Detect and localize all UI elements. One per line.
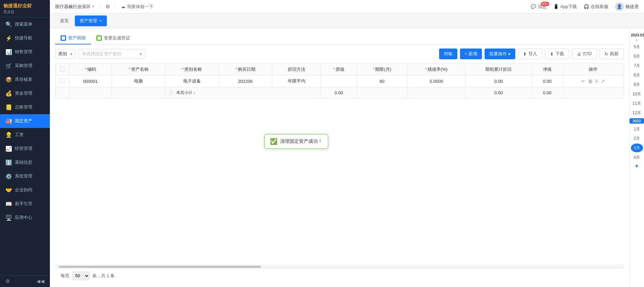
experience-button[interactable]: ☁ 我要体验一下 bbox=[121, 4, 153, 10]
sidebar-item-finance-label: 资金管理 bbox=[15, 90, 32, 96]
right-panel-month-6[interactable]: 6月 bbox=[631, 52, 643, 61]
right-panel-month-2[interactable]: 2月 bbox=[631, 134, 643, 143]
reconcile-label: 对账 bbox=[444, 51, 453, 57]
more-icon[interactable]: ↗ bbox=[601, 78, 605, 84]
subtotal-row: 📄 本页小计： 0.00 0.00 0.00 bbox=[56, 87, 624, 99]
sidebar-item-sales[interactable]: 📊 销售管理 bbox=[0, 45, 50, 59]
export-icon: ⬆ bbox=[523, 52, 527, 57]
system-icon: ⚙️ bbox=[5, 173, 12, 180]
sidebar-item-ledger[interactable]: 📒 总账管理 bbox=[0, 100, 50, 114]
per-page-select[interactable]: 50 100 200 bbox=[72, 272, 90, 280]
right-panel-nav-up[interactable]: ▲ bbox=[630, 37, 644, 42]
th-initial-depreciation: 期初累计折旧 bbox=[465, 64, 531, 75]
finance-icon: 💰 bbox=[5, 90, 12, 97]
right-panel-month-9[interactable]: 9月 bbox=[631, 80, 643, 89]
sidebar-item-app-center-label: 应用中心 bbox=[15, 215, 32, 221]
collapse-icon[interactable]: ◀◀ bbox=[36, 278, 44, 284]
delete-icon[interactable]: 🗑 bbox=[588, 78, 593, 84]
sidebar-item-search-label: 搜索菜单 bbox=[15, 21, 32, 27]
td-name: 电脑 bbox=[112, 75, 165, 87]
new-label: + 新增 bbox=[465, 51, 477, 57]
sidebar-item-quick-nav[interactable]: ⚡ 快捷导航 bbox=[0, 31, 50, 45]
download-button[interactable]: ⬇ 下载 bbox=[545, 49, 569, 59]
settings-icon[interactable]: ⚙ bbox=[5, 278, 10, 284]
toolbar-right: 对账 + 新增 批量操作 ▾ ⬆ 导入 ⬇ 下载 bbox=[439, 49, 624, 59]
category-filter-select[interactable]: 类别 ▾ bbox=[55, 49, 75, 59]
total-label: 条，共 1 条 bbox=[92, 273, 115, 279]
fixed-assets-icon: 🏭 bbox=[5, 118, 12, 124]
sidebar: 畅捷通好业财 普及版 🔍 搜索菜单 ⚡ 快捷导航 📊 销售管理 🛒 采购管理 📦… bbox=[0, 0, 50, 287]
sidebar-item-inventory-label: 库存核算 bbox=[15, 76, 32, 83]
sidebar-item-purchase[interactable]: 🛒 采购管理 bbox=[0, 59, 50, 73]
refresh-button[interactable]: ↻ 刷新 bbox=[600, 49, 624, 59]
quick-nav-icon: ⚡ bbox=[5, 35, 12, 41]
online-service-button[interactable]: 🎧 在线客服 bbox=[584, 4, 608, 10]
subtabs: 资产明细 变更生成凭证 bbox=[55, 32, 624, 44]
right-panel-month-3[interactable]: 3月 bbox=[631, 144, 643, 152]
per-page-label: 每页 bbox=[61, 273, 69, 279]
sidebar-item-payroll[interactable]: 👷 工资 bbox=[0, 128, 50, 142]
sidebar-item-app-center[interactable]: 🖥️ 应用中心 bbox=[0, 211, 50, 225]
tab-home[interactable]: 首页 bbox=[55, 15, 73, 26]
user-menu[interactable]: 👤 畅捷通 bbox=[615, 2, 639, 11]
right-panel-month-10[interactable]: 10月 bbox=[631, 90, 643, 98]
new-button[interactable]: + 新增 bbox=[460, 49, 482, 59]
td-category: 电子设备 bbox=[165, 75, 218, 87]
app-download-button[interactable]: 📱 App下载 bbox=[553, 4, 577, 10]
right-panel-month-4[interactable]: 4月 bbox=[631, 153, 643, 162]
select-all-checkbox[interactable] bbox=[60, 67, 65, 71]
right-panel-nav-down[interactable]: ▼ bbox=[630, 163, 644, 169]
batch-arrow: ▾ bbox=[508, 52, 511, 57]
right-panel-top: 2023.03 ✕ ⤢ bbox=[630, 31, 644, 37]
right-panel-month-7[interactable]: 7月 bbox=[631, 61, 643, 70]
td-code: 000001 bbox=[69, 75, 112, 87]
subtab-voucher[interactable]: 变更生成凭证 bbox=[91, 32, 135, 44]
sidebar-item-basic[interactable]: ℹ️ 基础信息 bbox=[0, 156, 50, 169]
print-button[interactable]: 🖨 打印 bbox=[572, 49, 597, 59]
th-purchase-date: *购买日期 bbox=[219, 64, 272, 75]
pagination: 每页 50 100 200 条，共 1 条 bbox=[55, 268, 624, 283]
subtotal-label-cell: 📄 本页小计： bbox=[165, 87, 320, 99]
edit-icon[interactable]: ✏ bbox=[581, 78, 585, 84]
right-panel-month-12[interactable]: 12月 bbox=[631, 108, 643, 117]
subtotal-empty-3 bbox=[112, 87, 165, 99]
sidebar-item-finance[interactable]: 💰 资金管理 bbox=[0, 87, 50, 100]
th-category: *类别名称 bbox=[165, 64, 218, 75]
message-button[interactable]: 💬 消息 99+ bbox=[531, 4, 547, 10]
basic-icon: ℹ️ bbox=[5, 159, 12, 166]
app-edition: 普及版 bbox=[3, 9, 14, 14]
scrollbar-thumb[interactable] bbox=[59, 266, 261, 268]
user-name: 畅捷通 bbox=[625, 4, 639, 10]
company-selector[interactable]: 医疗器械行业演示 ▾ bbox=[55, 4, 94, 10]
sidebar-item-system[interactable]: ⚙️ 系统管理 bbox=[0, 169, 50, 183]
right-panel-month-8[interactable]: 8月 bbox=[631, 71, 643, 79]
reconcile-button[interactable]: 对账 bbox=[439, 49, 457, 59]
bottom-scrollbar[interactable] bbox=[55, 265, 624, 268]
sidebar-item-ops[interactable]: 📈 经营管理 bbox=[0, 142, 50, 156]
ledger-icon: 📒 bbox=[5, 104, 12, 110]
export-button[interactable]: ⬆ 导入 bbox=[518, 49, 542, 59]
filter-arrow-icon: ▾ bbox=[70, 52, 72, 57]
sidebar-item-tutorial[interactable]: 📖 新手引导 bbox=[0, 197, 50, 211]
sidebar-item-fixed-assets[interactable]: 🏭 固定资产 bbox=[0, 114, 50, 128]
action-icons: ✏ 🗑 ⎘ ↗ bbox=[566, 78, 620, 84]
copy-icon[interactable]: ⎘ bbox=[595, 78, 598, 84]
subtotal-empty-4 bbox=[357, 87, 407, 99]
right-panel-month-11[interactable]: 11月 bbox=[631, 99, 643, 108]
purchase-icon: 🛒 bbox=[5, 63, 12, 69]
sidebar-item-inventory[interactable]: 📦 库存核算 bbox=[0, 73, 50, 87]
tab-assets[interactable]: 资产管理 ✕ bbox=[75, 15, 107, 26]
tab-close-icon[interactable]: ✕ bbox=[99, 19, 102, 23]
sidebar-item-search[interactable]: 🔍 搜索菜单 bbox=[0, 18, 50, 31]
settings-gear-icon[interactable]: ⚙ bbox=[105, 4, 110, 10]
right-panel-month-1[interactable]: 1月 bbox=[631, 125, 643, 133]
th-original-value: *原值 bbox=[321, 64, 357, 75]
print-label: 打印 bbox=[583, 51, 592, 57]
batch-button[interactable]: 批量操作 ▾ bbox=[485, 49, 515, 59]
category-filter-input[interactable]: 请选择固定资产类别 ▾ bbox=[78, 49, 146, 59]
subtab-asset-detail[interactable]: 资产明细 bbox=[55, 32, 91, 44]
sidebar-item-enterprise[interactable]: 🤝 企业协同 bbox=[0, 183, 50, 197]
row-checkbox[interactable] bbox=[60, 78, 65, 83]
right-panel-month-5[interactable]: 5月 bbox=[631, 42, 643, 51]
sidebar-item-quick-nav-label: 快捷导航 bbox=[15, 35, 32, 41]
